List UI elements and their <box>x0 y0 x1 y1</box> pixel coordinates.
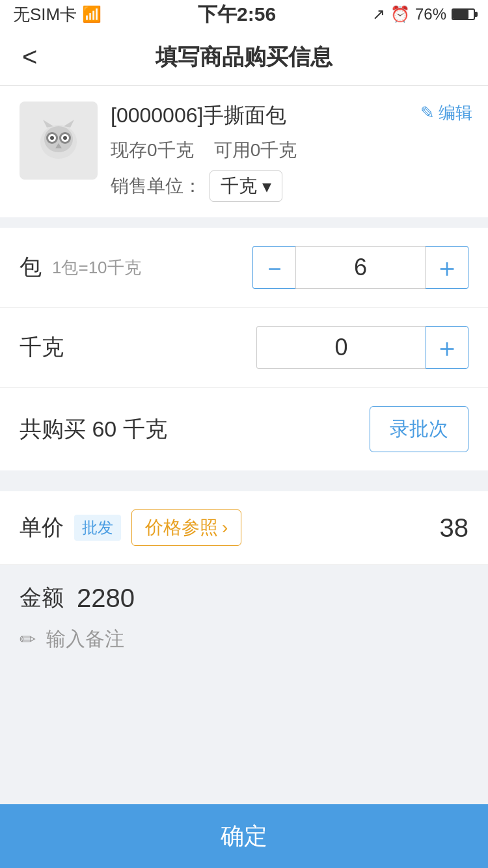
kg-controls: ＋ <box>256 326 468 369</box>
price-value: 38 <box>440 513 469 543</box>
section-divider-1 <box>0 217 488 228</box>
location-icon: ↗ <box>372 5 385 23</box>
confirm-bar[interactable]: 确定 <box>0 804 488 868</box>
kg-label: 千克 <box>20 332 256 362</box>
price-ref-arrow-icon: › <box>222 517 228 538</box>
svg-marker-9 <box>43 120 53 128</box>
wifi-icon: 📶 <box>82 5 102 23</box>
alarm-icon: ⏰ <box>390 5 410 23</box>
confirm-button-label: 确定 <box>221 821 267 852</box>
bao-input-row: 包 1包=10千克 － ＋ <box>0 228 488 308</box>
edit-icon: ✎ <box>420 103 435 123</box>
price-label: 单价 <box>20 513 64 543</box>
status-right: ↗ ⏰ 76% <box>372 5 475 23</box>
svg-point-6 <box>50 136 54 140</box>
bao-label: 包 1包=10千克 <box>20 252 252 282</box>
battery-text: 76% <box>415 5 446 23</box>
unit-selector[interactable]: 千克 ▾ <box>210 170 282 202</box>
kg-plus-button[interactable]: ＋ <box>426 326 468 369</box>
record-batch-button[interactable]: 录批次 <box>370 406 468 452</box>
bao-plus-button[interactable]: ＋ <box>426 246 468 289</box>
page-title: 填写商品购买信息 <box>156 42 332 72</box>
product-name: [0000006]手撕面包 <box>111 102 468 130</box>
amount-label: 金额 <box>20 583 64 613</box>
product-card: [0000006]手撕面包 现存0千克 可用0千克 销售单位： 千克 ▾ ✎ 编… <box>0 86 488 217</box>
bao-hint: 1包=10千克 <box>52 256 141 279</box>
svg-marker-10 <box>64 120 74 128</box>
amount-section: 金额 2280 ✏ 输入备注 <box>0 565 488 666</box>
price-ref-button[interactable]: 价格参照 › <box>131 509 241 546</box>
bao-quantity-input[interactable] <box>295 246 426 289</box>
bao-controls: － ＋ <box>252 246 468 289</box>
pencil-icon: ✏ <box>20 628 36 651</box>
product-stock: 现存0千克 可用0千克 <box>111 138 468 163</box>
status-time: 下午2:56 <box>198 1 276 28</box>
amount-row: 金额 2280 <box>20 583 468 613</box>
product-unit: 销售单位： 千克 ▾ <box>111 170 468 202</box>
input-section: 包 1包=10千克 － ＋ 千克 ＋ <box>0 228 488 388</box>
back-icon: < <box>22 42 37 71</box>
status-left: 无SIM卡 📶 <box>13 3 102 26</box>
total-text: 共购买 60 千克 <box>20 414 167 444</box>
svg-point-7 <box>63 136 67 140</box>
back-button[interactable]: < <box>16 36 44 78</box>
batch-tag: 批发 <box>74 515 121 541</box>
kg-input-row: 千克 ＋ <box>0 308 488 388</box>
status-bar: 无SIM卡 📶 下午2:56 ↗ ⏰ 76% <box>0 0 488 29</box>
note-input[interactable]: 输入备注 <box>46 626 124 653</box>
product-image <box>20 102 98 180</box>
nav-bar: < 填写商品购买信息 <box>0 29 488 86</box>
product-logo-icon <box>33 115 85 167</box>
total-row: 共购买 60 千克 录批次 <box>0 388 488 470</box>
carrier-text: 无SIM卡 <box>13 3 77 26</box>
section-divider-2 <box>0 470 488 481</box>
edit-button[interactable]: ✎ 编辑 <box>420 102 472 124</box>
bao-minus-button[interactable]: － <box>252 246 295 289</box>
price-left: 单价 批发 价格参照 › <box>20 509 241 546</box>
amount-value: 2280 <box>77 584 135 613</box>
product-info: [0000006]手撕面包 现存0千克 可用0千克 销售单位： 千克 ▾ <box>111 102 468 202</box>
unit-arrow-icon: ▾ <box>262 176 271 197</box>
battery-icon <box>452 8 475 20</box>
price-section: 单价 批发 价格参照 › 38 <box>0 491 488 565</box>
note-row[interactable]: ✏ 输入备注 <box>20 626 468 666</box>
kg-quantity-input[interactable] <box>256 326 426 369</box>
